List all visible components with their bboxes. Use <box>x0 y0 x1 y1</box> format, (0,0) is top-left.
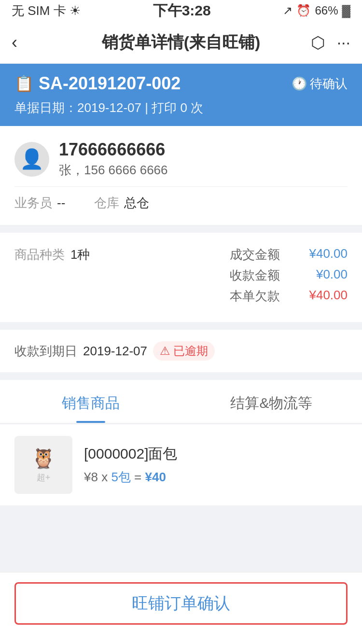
order-id-text: SA-20191207-002 <box>39 73 181 94</box>
summary-card: 商品种类 1种 成交金额 ¥40.00 收款金额 ¥0.00 本单欠款 ¥40.… <box>0 233 362 322</box>
sales-person-label: 业务员 <box>14 195 52 211</box>
avatar-icon: 👤 <box>20 148 44 170</box>
order-icon: 📋 <box>14 74 34 93</box>
arrears-amount-label: 本单欠款 <box>230 288 280 305</box>
summary-left: 商品种类 1种 <box>14 246 90 263</box>
product-image: 🦉 超+ <box>14 436 72 494</box>
back-button[interactable]: ‹ <box>12 28 22 57</box>
arrears-amount-row: 本单欠款 ¥40.00 <box>230 288 348 305</box>
receipt-amount-value: ¥0.00 <box>290 267 348 284</box>
product-types-value: 1种 <box>70 246 90 263</box>
status-left: 无 SIM 卡 ☀ <box>12 2 81 19</box>
warehouse-label: 仓库 <box>94 195 119 211</box>
deal-amount-value: ¥40.00 <box>290 246 348 263</box>
customer-card: 👤 17666666666 张，156 6666 6666 业务员 -- 仓库 … <box>0 126 362 225</box>
product-price: ¥8 x 5包 = ¥40 <box>84 469 348 486</box>
tab-settlement[interactable]: 结算&物流等 <box>181 380 362 423</box>
product-item: 🦉 超+ [0000002]面包 ¥8 x 5包 = ¥40 <box>0 424 362 505</box>
price-total: ¥40 <box>145 470 166 484</box>
location-icon: ↗ <box>283 4 292 17</box>
more-button[interactable]: ··· <box>337 33 350 52</box>
confirm-order-button[interactable]: 旺铺订单确认 <box>14 582 348 625</box>
product-brand-label: 超+ <box>37 472 51 483</box>
customer-top: 👤 17666666666 张，156 6666 6666 <box>14 140 348 179</box>
customer-phone: 17666666666 <box>59 140 168 160</box>
customer-meta: 业务员 -- 仓库 总仓 <box>14 186 348 211</box>
order-date: 单据日期：2019-12-07 | 打印 0 次 <box>14 99 348 116</box>
overdue-icon: ⚠ <box>160 344 170 358</box>
summary-right: 成交金额 ¥40.00 收款金额 ¥0.00 本单欠款 ¥40.00 <box>230 246 348 308</box>
order-header-card: 📋 SA-20191207-002 🕐 待确认 单据日期：2019-12-07 … <box>0 64 362 126</box>
sim-status: 无 SIM 卡 ☀ <box>12 2 81 19</box>
nav-actions: ⬡ ··· <box>311 33 350 52</box>
bottom-bar: 旺铺订单确认 <box>0 572 362 644</box>
battery-level: 66% <box>315 4 338 17</box>
order-status-badge: 🕐 待确认 <box>292 75 348 92</box>
order-header-top: 📋 SA-20191207-002 🕐 待确认 <box>14 73 348 94</box>
product-name: [0000002]面包 <box>84 444 348 464</box>
sales-person-value: -- <box>57 196 65 210</box>
price-text: ¥8 x <box>84 470 111 484</box>
status-time: 下午3:28 <box>153 1 211 21</box>
due-date-label: 收款到期日 <box>14 343 77 360</box>
tabs-bar: 销售商品 结算&物流等 <box>0 380 362 423</box>
tab-sales-products-label: 销售商品 <box>62 395 120 411</box>
status-bar: 无 SIM 卡 ☀ 下午3:28 ↗ ⏰ 66% ▓ <box>0 0 362 21</box>
receipt-amount-label: 收款金额 <box>230 267 280 284</box>
due-date-value: 2019-12-07 <box>83 344 147 359</box>
customer-sub-info: 张，156 6666 6666 <box>59 162 168 179</box>
product-list: 🦉 超+ [0000002]面包 ¥8 x 5包 = ¥40 <box>0 424 362 505</box>
tab-settlement-label: 结算&物流等 <box>230 395 312 411</box>
nav-bar: ‹ 销货单详情(来自旺铺) ⬡ ··· <box>0 21 362 64</box>
warehouse-value: 总仓 <box>124 195 149 211</box>
price-qty: 5包 <box>111 470 130 484</box>
clock-icon: 🕐 <box>292 76 307 91</box>
overdue-text: 已逾期 <box>173 343 208 359</box>
overdue-badge: ⚠ 已逾期 <box>153 341 215 361</box>
share-button[interactable]: ⬡ <box>311 33 325 52</box>
page-title: 销货单详情(来自旺铺) <box>102 31 261 54</box>
avatar: 👤 <box>14 142 49 177</box>
sales-person-item: 业务员 -- <box>14 195 65 211</box>
tab-sales-products[interactable]: 销售商品 <box>0 380 181 423</box>
alarm-icon: ⏰ <box>296 4 311 17</box>
status-right: ↗ ⏰ 66% ▓ <box>283 4 350 17</box>
deal-amount-label: 成交金额 <box>230 246 280 263</box>
product-types-label: 商品种类 <box>14 246 65 263</box>
receipt-amount-row: 收款金额 ¥0.00 <box>230 267 348 284</box>
product-info: [0000002]面包 ¥8 x 5包 = ¥40 <box>84 444 348 486</box>
equals-sign: = <box>131 470 145 484</box>
product-img-inner: 🦉 超+ <box>31 447 56 483</box>
customer-info: 17666666666 张，156 6666 6666 <box>59 140 168 179</box>
arrears-amount-value: ¥40.00 <box>290 288 348 305</box>
battery-icon: ▓ <box>342 4 351 17</box>
order-id: 📋 SA-20191207-002 <box>14 73 181 94</box>
warehouse-item: 仓库 总仓 <box>94 195 149 211</box>
deal-amount-row: 成交金额 ¥40.00 <box>230 246 348 263</box>
due-date-card: 收款到期日 2019-12-07 ⚠ 已逾期 <box>0 330 362 372</box>
product-placeholder-icon: 🦉 <box>31 447 56 470</box>
order-status-text: 待确认 <box>310 75 348 92</box>
